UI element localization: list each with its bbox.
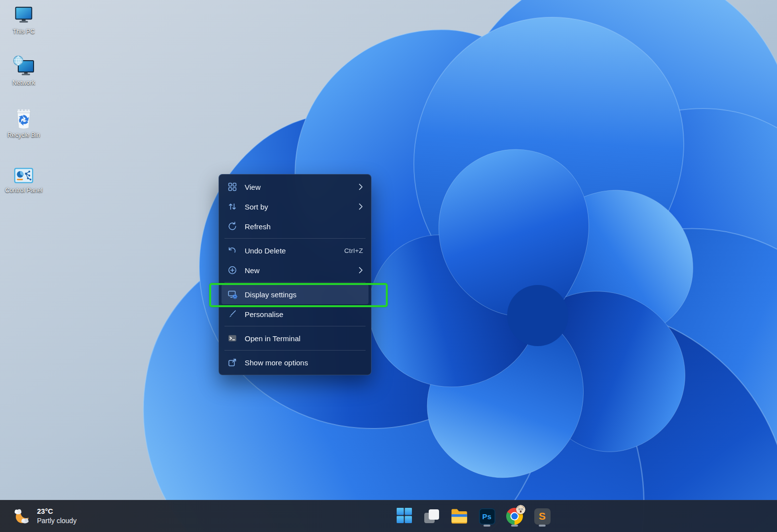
weather-widget[interactable]: 23°C Partly cloudy bbox=[7, 503, 81, 529]
menu-item-label: Personalise bbox=[245, 310, 283, 319]
start-button[interactable] bbox=[393, 504, 415, 528]
sublime-glyph: S bbox=[539, 510, 546, 522]
menu-item-label: Display settings bbox=[245, 290, 296, 299]
running-indicator bbox=[539, 525, 546, 527]
display-settings-icon bbox=[227, 289, 238, 299]
partly-cloudy-night-icon bbox=[12, 506, 32, 526]
file-explorer-icon bbox=[450, 508, 468, 525]
weather-text: 23°C Partly cloudy bbox=[37, 507, 76, 525]
menu-item-shortcut: Ctrl+Z bbox=[344, 247, 363, 254]
menu-item-label: Undo Delete bbox=[245, 247, 286, 255]
weather-condition: Partly cloudy bbox=[37, 516, 76, 525]
weather-temperature: 23°C bbox=[37, 507, 76, 516]
file-explorer-button[interactable] bbox=[448, 504, 470, 528]
desktop-icon-this-pc[interactable]: This PC bbox=[2, 3, 45, 35]
network-icon bbox=[2, 54, 45, 78]
menu-separator bbox=[224, 350, 366, 351]
chrome-profile-avatar bbox=[516, 505, 525, 514]
desktop-icon-control-panel[interactable]: Control Panel bbox=[2, 162, 45, 194]
menu-item-label: Refresh bbox=[245, 222, 271, 231]
chevron-right-icon bbox=[359, 203, 363, 210]
personalise-brush-icon bbox=[227, 309, 238, 319]
menu-item-personalise[interactable]: Personalise bbox=[222, 304, 369, 324]
menu-item-new[interactable]: New bbox=[222, 260, 369, 280]
desktop-icon-label: Control Panel bbox=[2, 187, 45, 194]
menu-item-label: New bbox=[245, 266, 259, 275]
running-indicator bbox=[511, 525, 518, 527]
menu-item-label: View bbox=[245, 183, 260, 191]
view-grid-icon bbox=[227, 182, 238, 192]
photoshop-icon: Ps bbox=[479, 508, 495, 525]
task-view-icon bbox=[424, 508, 440, 524]
menu-item-undo-delete[interactable]: Undo Delete Ctrl+Z bbox=[222, 241, 369, 260]
context-menu: View Sort by Refresh bbox=[219, 174, 371, 375]
sublime-text-button[interactable]: S bbox=[531, 504, 553, 528]
menu-item-show-more-options[interactable]: Show more options bbox=[222, 353, 369, 372]
refresh-icon bbox=[227, 221, 238, 231]
desktop-wallpaper[interactable] bbox=[0, 0, 777, 532]
chevron-right-icon bbox=[359, 267, 363, 274]
chrome-button[interactable] bbox=[504, 504, 525, 528]
running-indicator bbox=[483, 525, 490, 527]
sublime-text-icon: S bbox=[534, 508, 551, 525]
menu-item-label: Show more options bbox=[245, 358, 308, 367]
desktop-icon-label: This PC bbox=[2, 28, 45, 35]
undo-icon bbox=[227, 246, 238, 255]
menu-item-label: Open in Terminal bbox=[245, 334, 300, 343]
menu-item-label: Sort by bbox=[245, 203, 268, 211]
new-icon bbox=[227, 265, 238, 275]
menu-item-refresh[interactable]: Refresh bbox=[222, 216, 369, 236]
recycle-bin-icon bbox=[2, 106, 45, 130]
chevron-right-icon bbox=[359, 183, 363, 190]
photoshop-button[interactable]: Ps bbox=[476, 504, 498, 528]
desktop-icon-column: This PC Network bbox=[2, 0, 45, 207]
menu-separator bbox=[224, 282, 366, 283]
task-view-button[interactable] bbox=[421, 504, 443, 528]
menu-item-view[interactable]: View bbox=[222, 177, 369, 197]
menu-item-sort-by[interactable]: Sort by bbox=[222, 197, 369, 216]
taskbar-icon-group: Ps bbox=[393, 500, 553, 532]
this-pc-icon bbox=[2, 3, 45, 27]
menu-separator bbox=[224, 238, 366, 239]
chrome-icon bbox=[506, 508, 523, 525]
windows-start-icon bbox=[396, 507, 412, 525]
terminal-icon bbox=[227, 333, 238, 343]
desktop-icon-label: Network bbox=[2, 79, 45, 86]
desktop-icon-recycle-bin[interactable]: Recycle Bin bbox=[2, 106, 45, 139]
windows-desktop: This PC Network bbox=[0, 0, 777, 532]
show-more-options-icon bbox=[227, 357, 238, 367]
menu-item-display-settings[interactable]: Display settings bbox=[222, 284, 369, 304]
menu-separator bbox=[224, 326, 366, 326]
taskbar: 23°C Partly cloudy bbox=[0, 500, 777, 532]
desktop-icon-label: Recycle Bin bbox=[2, 132, 45, 139]
photoshop-glyph: Ps bbox=[482, 512, 492, 521]
desktop-icon-network[interactable]: Network bbox=[2, 54, 45, 86]
menu-item-open-in-terminal[interactable]: Open in Terminal bbox=[222, 328, 369, 348]
sort-by-icon bbox=[227, 202, 238, 212]
control-panel-icon bbox=[2, 162, 45, 185]
